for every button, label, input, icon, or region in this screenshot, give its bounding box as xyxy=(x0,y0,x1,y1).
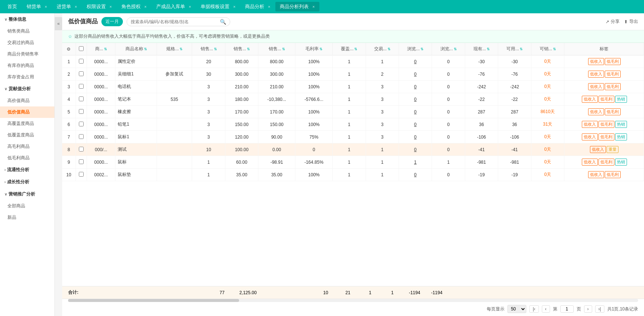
td-browse1[interactable]: 1 xyxy=(399,156,432,169)
td-browse1[interactable]: 0 xyxy=(399,93,432,106)
sidebar-group-liquidity[interactable]: › 流通性分析 xyxy=(0,164,54,176)
row-checkbox[interactable] xyxy=(79,109,84,114)
sidebar-item-high-coverage[interactable]: 高覆盖度商品 xyxy=(0,118,54,129)
td-days: 8610天 xyxy=(531,106,564,118)
sidebar-item-high-margin[interactable]: 高毛利商品 xyxy=(0,141,54,152)
th-sales2[interactable]: 销售...⇅ xyxy=(225,43,258,55)
td-browse1[interactable]: 0 xyxy=(399,68,432,81)
td-browse1[interactable]: 0 xyxy=(399,131,432,143)
sidebar-item-low-margin[interactable]: 低毛利商品 xyxy=(0,152,54,164)
td-checkbox[interactable] xyxy=(76,169,87,181)
td-browse1[interactable]: 0 xyxy=(399,118,432,131)
browse-link[interactable]: 0 xyxy=(414,172,417,177)
select-all-checkbox[interactable] xyxy=(79,46,84,51)
td-checkbox[interactable] xyxy=(76,68,87,81)
prev-page-btn[interactable]: ‹ xyxy=(542,305,550,313)
share-button[interactable]: ↗ 分享 xyxy=(606,18,620,25)
sidebar-item-sales-goods[interactable]: 销售类商品 xyxy=(0,26,54,37)
sidebar-group-marketing[interactable]: ∨ 营销推广分析 xyxy=(0,188,54,200)
nav-roles[interactable]: 角色授权 × xyxy=(117,2,151,11)
td-browse2: 1 xyxy=(432,156,465,169)
td-checkbox[interactable] xyxy=(76,81,87,93)
browse-link[interactable]: 0 xyxy=(414,147,417,152)
nav-templates[interactable]: 单据模板设置 × xyxy=(196,2,240,11)
td-checkbox[interactable] xyxy=(76,55,87,68)
sidebar-item-all-goods[interactable]: 全部商品 xyxy=(0,200,54,212)
td-checkbox[interactable] xyxy=(76,156,87,169)
td-browse1[interactable]: 0 xyxy=(399,55,432,68)
th-spec[interactable]: 规格...⇅ xyxy=(157,43,192,55)
nav-sales[interactable]: 销货单 × xyxy=(22,2,51,11)
browse-link[interactable]: 0 xyxy=(414,72,417,77)
th-sales1[interactable]: 销售...⇅ xyxy=(192,43,225,55)
sidebar-group-overview[interactable]: ∨ 整体信息 xyxy=(0,13,54,26)
sidebar-toggle-btn[interactable]: « xyxy=(55,17,62,30)
th-browse2[interactable]: 浏览...⇅ xyxy=(432,43,465,55)
horizontal-scrollbar[interactable] xyxy=(68,299,239,302)
sidebar-item-low-coverage[interactable]: 低覆盖度商品 xyxy=(0,129,54,141)
td-stock1: 36 xyxy=(465,118,498,131)
sidebar-item-category-rate[interactable]: 商品分类销售率 xyxy=(0,48,54,60)
td-checkbox[interactable] xyxy=(76,118,87,131)
browse-link[interactable]: 0 xyxy=(414,135,417,140)
row-checkbox[interactable] xyxy=(79,159,84,164)
nav-home[interactable]: 首页 xyxy=(3,2,21,11)
row-checkbox[interactable] xyxy=(79,84,84,89)
th-code[interactable]: 商...⇅ xyxy=(87,43,115,55)
browse-link[interactable]: 0 xyxy=(414,59,417,64)
row-checkbox[interactable] xyxy=(79,134,84,139)
th-checkbox[interactable] xyxy=(76,43,87,55)
search-icon[interactable]: 🔍 xyxy=(220,19,226,25)
sidebar-item-high-value[interactable]: 高价值商品 xyxy=(0,95,54,106)
page-input[interactable] xyxy=(560,305,574,313)
sidebar-group-growth[interactable]: › 成长性分析 xyxy=(0,176,54,188)
nav-goods-analysis[interactable]: 商品分析 × xyxy=(241,2,275,11)
td-browse1[interactable]: 0 xyxy=(399,106,432,118)
per-page-select[interactable]: 50 100 200 xyxy=(507,305,526,313)
row-checkbox[interactable] xyxy=(79,96,84,101)
browse-link[interactable]: 0 xyxy=(414,109,417,115)
sidebar-group-contribution[interactable]: ∨ 贡献值分析 xyxy=(0,83,54,95)
th-stock2[interactable]: 可用...⇅ xyxy=(498,43,531,55)
browse-link[interactable]: 0 xyxy=(414,84,417,89)
td-browse1[interactable]: 0 xyxy=(399,143,432,156)
browse-link[interactable]: 0 xyxy=(414,97,417,102)
nav-permissions[interactable]: 权限设置 × xyxy=(82,2,116,11)
next-page-btn[interactable]: › xyxy=(584,305,592,313)
first-page-btn[interactable]: |‹ xyxy=(529,305,539,313)
sidebar-item-stock-fund[interactable]: 库存资金占用 xyxy=(0,71,54,83)
th-browse1[interactable]: 浏览...⇅ xyxy=(399,43,432,55)
td-checkbox[interactable] xyxy=(76,93,87,106)
search-input[interactable] xyxy=(131,19,218,24)
sidebar-item-new-goods[interactable]: 新品 xyxy=(0,212,54,223)
td-browse1[interactable]: 0 xyxy=(399,169,432,181)
sidebar-item-traded-goods[interactable]: 交易过的商品 xyxy=(0,37,54,48)
th-trade[interactable]: 交易...⇅ xyxy=(366,43,399,55)
sidebar-item-low-value[interactable]: 低价值商品 xyxy=(0,106,54,118)
th-gross[interactable]: 毛利率⇅ xyxy=(295,43,333,55)
th-coverage[interactable]: 覆盖...⇅ xyxy=(333,43,366,55)
row-checkbox[interactable] xyxy=(79,172,84,177)
td-checkbox[interactable] xyxy=(76,143,87,156)
td-browse1[interactable]: 0 xyxy=(399,81,432,93)
th-name[interactable]: 商品名称⇅ xyxy=(115,43,157,55)
nav-purchase[interactable]: 进货单 × xyxy=(52,2,81,11)
row-checkbox[interactable] xyxy=(79,147,84,152)
browse-link[interactable]: 1 xyxy=(414,160,417,165)
th-stock1[interactable]: 现有...⇅ xyxy=(465,43,498,55)
row-checkbox[interactable] xyxy=(79,71,84,76)
td-checkbox[interactable] xyxy=(76,131,87,143)
th-gear[interactable]: ⚙ xyxy=(62,43,76,55)
last-page-btn[interactable]: ›| xyxy=(595,305,604,313)
row-checkbox[interactable] xyxy=(79,122,84,126)
tab-recent-month[interactable]: 近一月 xyxy=(101,17,123,26)
browse-link[interactable]: 0 xyxy=(414,122,417,127)
th-stock3[interactable]: 可销...⇅ xyxy=(531,43,564,55)
nav-products[interactable]: 产成品入库单 × xyxy=(152,2,195,11)
td-checkbox[interactable] xyxy=(76,106,87,118)
nav-goods-analysis-list[interactable]: 商品分析列表 × xyxy=(275,2,319,11)
row-checkbox[interactable] xyxy=(79,59,84,64)
th-sales3[interactable]: 销售...⇅ xyxy=(258,43,295,55)
export-button[interactable]: ⬆ 导出 xyxy=(624,18,638,25)
sidebar-item-stock-goods[interactable]: 有库存的商品 xyxy=(0,60,54,71)
